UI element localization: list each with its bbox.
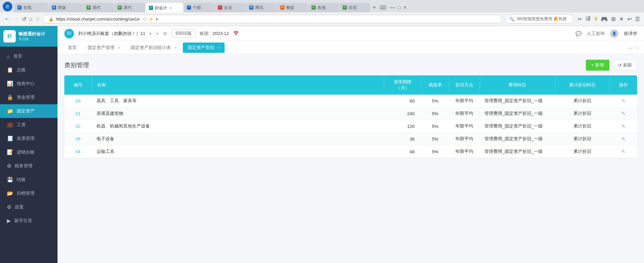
browser-tab-畅提[interactable]: 畅 畅提 <box>277 3 308 12</box>
bookmark-btn[interactable]: ☆ <box>35 16 40 22</box>
tab-close-fixed-assets-depreciation[interactable]: × <box>174 43 176 53</box>
sidebar-item-purchase-sales[interactable]: 📝 进销台账 <box>0 145 58 159</box>
tab-close-好会计[interactable]: × <box>169 6 172 10</box>
sidebar-logo-text-block: 畅捷通好会计 专业版 <box>18 31 45 42</box>
tab-favicon-目前: 目 <box>343 5 347 10</box>
cell-code-2: 02 <box>64 120 92 133</box>
grid-icon[interactable]: ⊞ <box>611 16 616 22</box>
sidebar-item-reports[interactable]: 📊 报表中心 <box>0 77 58 91</box>
browser-tab-企业[interactable]: 企 企业 <box>215 3 245 12</box>
new-tab-btn[interactable]: + <box>372 3 376 12</box>
sidebar-item-settlement[interactable]: 💾 结账 <box>0 173 58 187</box>
sidebar-item-guide[interactable]: ▶ 新手引导 <box>0 214 58 228</box>
sidebar-label-reports: 报表中心 <box>17 81 35 87</box>
browser-tab-易代2[interactable]: 易 易代 <box>114 3 145 12</box>
switch-version-btn[interactable]: 切到旧版 <box>172 29 195 38</box>
sidebar-item-settings[interactable]: ⚙ 设置 <box>0 200 58 214</box>
browser-tab-个税[interactable]: 个 个税 <box>184 3 214 12</box>
account-add[interactable]: + <box>155 31 159 37</box>
cell-name-3: 电子设备 <box>92 133 384 145</box>
col-header-action: 操作 <box>610 75 637 95</box>
sidebar-item-invoice[interactable]: 🧾 发票管理 <box>0 132 58 145</box>
url-dropdown[interactable]: ▾ <box>156 17 158 22</box>
browser-tab-易代1[interactable]: 易 易代 <box>83 3 114 12</box>
browser-tab-腾讯[interactable]: 腾 腾讯 <box>246 3 277 12</box>
brightness-icon[interactable]: ☀ <box>619 16 624 22</box>
browser-tab-目前[interactable]: 目 目前 <box>339 3 370 12</box>
undo-icon[interactable]: ↩ <box>627 16 632 22</box>
browser-tab-各地[interactable]: 各 各地 <box>308 3 339 12</box>
tab-favicon-腾讯: 腾 <box>249 5 253 10</box>
page-content: 类别管理 + 新增 ↺ 刷新 编号 名称 <box>58 54 644 263</box>
sidebar-item-archive[interactable]: 📂 归档管理 <box>0 187 58 200</box>
menu-icon[interactable]: ☰ <box>635 16 640 22</box>
cell-depreciation-3: 累计折旧 <box>555 133 610 145</box>
tab-label-新版: 新版 <box>58 5 66 11</box>
home-icon: ⌂ <box>7 53 10 59</box>
sidebar-item-ledger[interactable]: 📋 总账 <box>0 63 58 77</box>
back-btn[interactable]: ← <box>4 15 10 23</box>
tab-favicon-在线: 在 <box>17 5 22 10</box>
tab-win-maximize[interactable]: □ <box>636 45 639 50</box>
window-minimize[interactable]: — <box>390 4 395 11</box>
account-settings-icon[interactable]: ⚙ <box>163 31 167 36</box>
tab-win-minimize[interactable]: — <box>628 45 633 50</box>
consult-icon: 💬 <box>576 31 581 36</box>
search-box[interactable]: 🔍 360智能抠图免费用 🔥热搜 <box>505 14 573 24</box>
page-title: 类别管理 <box>64 61 89 69</box>
cell-action-4[interactable]: ✎ <box>610 145 637 158</box>
reload-btn[interactable]: ↺ <box>22 16 26 22</box>
period-label: 账期 <box>200 31 209 37</box>
tab-overflow-count[interactable]: 11 <box>379 5 387 10</box>
sidebar-item-payroll[interactable]: 💼 工资 <box>0 118 58 132</box>
browser-tab-新版[interactable]: 新 新版 <box>49 3 83 12</box>
tab-close-fixed-assets-mgmt[interactable]: × <box>118 43 120 53</box>
cell-name-4: 运输工具 <box>92 145 384 158</box>
scissors-icon[interactable]: ✂ <box>578 16 582 22</box>
refresh-btn[interactable]: ↺ 刷新 <box>613 60 637 71</box>
settings-icon: ⚙ <box>7 204 11 210</box>
app-header-left: 刘 刘小艳演示账套（勿删勿动！）11 ▾ + ⚙ 切到旧版 账期 2023-12… <box>64 29 239 38</box>
tab-fixed-assets-mgmt[interactable]: 固定资产管理 × <box>83 43 125 53</box>
tab-fixed-assets-category[interactable]: 固定资产类别 × <box>183 43 225 53</box>
forward-btn[interactable]: → <box>13 15 19 23</box>
edit-icon-1[interactable]: ✎ <box>621 111 626 116</box>
sidebar-item-home[interactable]: ⌂ 首页 <box>0 49 58 63</box>
tab-home[interactable]: 首页 <box>63 43 81 53</box>
wallet-icon[interactable]: ¥ <box>594 16 597 22</box>
url-bar[interactable]: 🔒 https://cloud.chanjet.com/accounting/u… <box>43 15 502 23</box>
translate-icon[interactable]: 译 <box>585 15 591 23</box>
sidebar-item-fixed-assets[interactable]: 📁 固定资产 <box>0 104 58 118</box>
tab-fixed-assets-depreciation[interactable]: 固定资产折旧统计表 × <box>126 43 181 53</box>
browser-tab-在线[interactable]: 在 在线 <box>14 3 48 12</box>
site-info-btn[interactable]: ⬡ <box>143 17 147 22</box>
calendar-icon[interactable]: 📅 <box>233 31 239 36</box>
tab-label-易代1: 易代 <box>92 5 101 11</box>
edit-icon-3[interactable]: ✎ <box>621 136 626 142</box>
cell-residual-0: 5% <box>421 95 449 107</box>
consult-label[interactable]: 人工咨询 <box>587 31 605 37</box>
reports-icon: 📊 <box>7 81 13 87</box>
cell-action-0[interactable]: ✎ <box>610 95 637 107</box>
col-header-period: 使用期限（月） <box>384 75 421 95</box>
window-close[interactable]: × <box>403 4 406 11</box>
sidebar-item-tax[interactable]: ⚙ 税务管理 <box>0 159 58 173</box>
game-icon[interactable]: 🎮 <box>601 16 608 22</box>
sidebar-item-funds[interactable]: 🔒 资金管理 <box>0 91 58 104</box>
account-expand[interactable]: ▾ <box>149 31 151 36</box>
cell-action-3[interactable]: ✎ <box>610 133 637 145</box>
home-btn[interactable]: ⌂ <box>29 16 33 22</box>
edit-icon-0[interactable]: ✎ <box>621 98 626 104</box>
edit-icon-2[interactable]: ✎ <box>621 123 626 129</box>
cell-action-2[interactable]: ✎ <box>610 120 637 133</box>
search-icon: 🔍 <box>509 17 515 22</box>
cell-method-2: 年限平均 <box>449 120 480 133</box>
browser-tab-好会计[interactable]: 好 好会计 × <box>146 3 183 12</box>
window-maximize[interactable]: □ <box>398 5 401 10</box>
tab-close-fixed-assets-category[interactable]: × <box>218 43 220 53</box>
browser-sidebar-btn[interactable]: 在 <box>3 2 12 11</box>
cell-action-1[interactable]: ✎ <box>610 107 637 120</box>
page-tabs: 首页 固定资产管理 × 固定资产折旧统计表 × 固定资产类别 × — □ <box>58 41 644 54</box>
edit-icon-4[interactable]: ✎ <box>621 149 626 154</box>
add-btn[interactable]: + 新增 <box>586 60 609 71</box>
